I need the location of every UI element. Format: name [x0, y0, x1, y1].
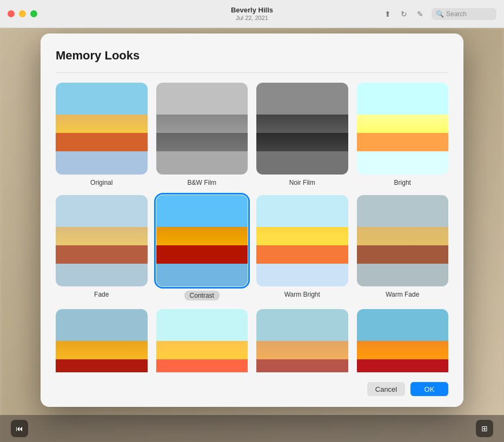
close-button[interactable]	[8, 10, 15, 17]
look-label-contrast: Contrast	[184, 291, 220, 300]
look-thumb-cool-fade[interactable]	[256, 309, 348, 372]
look-photo-bright	[357, 83, 449, 175]
traffic-lights	[8, 10, 37, 17]
minimize-button[interactable]	[19, 10, 26, 17]
look-thumb-bright[interactable]	[357, 83, 449, 175]
look-photo-warm-fade	[357, 195, 449, 287]
dialog-footer: Cancel OK	[56, 374, 448, 396]
look-thumb-cool-contrast[interactable]	[357, 309, 449, 372]
look-item-contrast: Contrast	[156, 195, 248, 301]
title-text: Beverly Hills	[231, 6, 273, 15]
edit-icon[interactable]: ✎	[415, 9, 425, 19]
look-thumb-bw-film[interactable]	[156, 83, 248, 175]
titlebar: Beverly Hills Jul 22, 2021 ⬆ ↻ ✎ 🔍 Searc…	[0, 0, 504, 28]
share-icon[interactable]: ⬆	[383, 9, 393, 19]
look-photo-cool-fade	[256, 309, 348, 372]
grid-icon[interactable]: ⊞	[476, 420, 493, 437]
look-label-original: Original	[90, 179, 112, 186]
look-thumb-cool-bright[interactable]	[156, 309, 248, 372]
look-item-noir-film: Noir Film	[256, 83, 348, 186]
ok-button[interactable]: OK	[410, 382, 448, 396]
look-photo-cool-bright	[156, 309, 248, 372]
back-icon[interactable]: ⏮	[11, 420, 28, 437]
look-item-bright: Bright	[357, 83, 449, 186]
titlebar-controls: ⬆ ↻ ✎ 🔍 Search	[383, 8, 496, 20]
look-label-bw-film: B&W Film	[188, 179, 216, 186]
subtitle-text: Jul 22, 2021	[231, 15, 273, 22]
look-photo-warm-contrast	[56, 309, 148, 372]
look-photo-original	[56, 83, 148, 175]
look-thumb-noir-film[interactable]	[256, 83, 348, 175]
look-thumb-contrast[interactable]	[156, 195, 248, 287]
look-thumb-warm-contrast[interactable]	[56, 309, 148, 372]
look-item-original: Original	[56, 83, 148, 186]
look-label-fade: Fade	[94, 291, 109, 298]
look-item-warm-fade: Warm Fade	[357, 195, 449, 301]
look-thumb-original[interactable]	[56, 83, 148, 175]
look-item-cool-bright: Cool Bright	[156, 309, 248, 372]
search-icon: 🔍	[436, 10, 444, 18]
look-label-noir-film: Noir Film	[289, 179, 315, 186]
look-item-cool-fade: Cool Fade	[256, 309, 348, 372]
dialog-title: Memory Looks	[56, 49, 448, 63]
memory-looks-dialog: Memory Looks OriginalB&W FilmNoir FilmBr…	[41, 34, 463, 407]
search-bar[interactable]: 🔍 Search	[432, 8, 496, 20]
search-placeholder: Search	[446, 10, 467, 18]
look-photo-bw-film	[156, 83, 248, 175]
maximize-button[interactable]	[30, 10, 37, 17]
looks-grid: OriginalB&W FilmNoir FilmBrightFadeContr…	[56, 83, 448, 372]
cancel-button[interactable]: Cancel	[367, 382, 405, 396]
look-photo-fade	[56, 195, 148, 287]
look-photo-warm-bright	[256, 195, 348, 287]
look-photo-noir-film	[256, 83, 348, 175]
bottom-bar: ⏮ ⊞	[0, 415, 504, 442]
look-item-warm-contrast: Warm Contrast	[56, 309, 148, 372]
look-label-bright: Bright	[394, 179, 411, 186]
window-title: Beverly Hills Jul 22, 2021	[231, 6, 273, 22]
rotate-icon[interactable]: ↻	[399, 9, 409, 19]
look-label-warm-bright: Warm Bright	[284, 291, 320, 298]
look-photo-contrast	[156, 195, 248, 287]
look-item-bw-film: B&W Film	[156, 83, 248, 186]
look-item-fade: Fade	[56, 195, 148, 301]
look-thumb-warm-bright[interactable]	[256, 195, 348, 287]
divider	[56, 72, 448, 73]
look-item-cool-contrast: Cool Contrast	[357, 309, 449, 372]
look-thumb-warm-fade[interactable]	[357, 195, 449, 287]
look-item-warm-bright: Warm Bright	[256, 195, 348, 301]
look-thumb-fade[interactable]	[56, 195, 148, 287]
look-photo-cool-contrast	[357, 309, 449, 372]
look-label-warm-fade: Warm Fade	[386, 291, 419, 298]
